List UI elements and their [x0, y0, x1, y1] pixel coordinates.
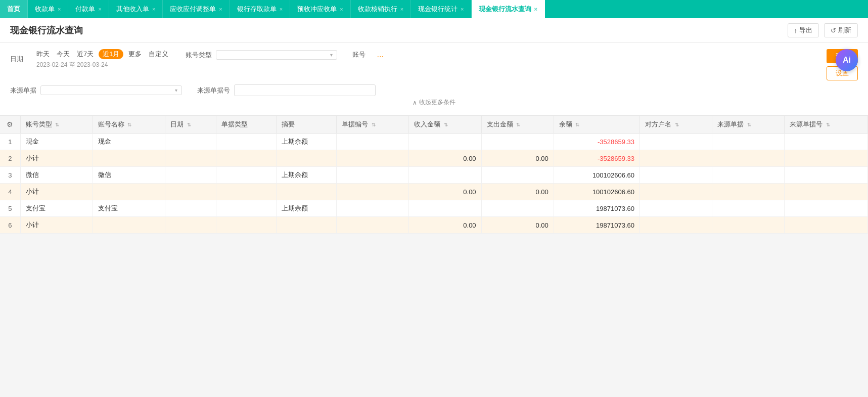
- table-row: 2 小计 0.00 0.00 -3528659.33: [0, 150, 868, 167]
- table-row: 6 小计 0.00 0.00 19871073.60: [0, 217, 868, 234]
- nav-item-cash-flow[interactable]: 现金银行流水查询 ×: [472, 0, 545, 18]
- cell-summary: [276, 217, 336, 234]
- cell-doc-type: [216, 200, 276, 217]
- nav-close-writeoff[interactable]: ×: [400, 6, 403, 12]
- cell-source-doc: [712, 167, 785, 184]
- nav-close-other-income[interactable]: ×: [152, 6, 155, 12]
- date-range-display: 2023-02-24 至 2023-03-24: [36, 61, 170, 69]
- date-filter-field: 日期 昨天 今天 近7天 近1月 更多 自定义 2023-02-24 至 202…: [10, 49, 170, 69]
- cell-doc-no: [337, 150, 409, 167]
- col-doc-no[interactable]: 单据编号 ⇅: [337, 116, 409, 134]
- col-counterpart[interactable]: 对方户名 ⇅: [640, 116, 712, 134]
- cell-doc-type: [216, 150, 276, 167]
- date-shortcuts: 昨天 今天 近7天 近1月 更多 自定义: [34, 49, 170, 59]
- nav-close-ar-ap[interactable]: ×: [219, 6, 222, 12]
- nav-close-payment[interactable]: ×: [98, 6, 101, 12]
- source-doc-filter: 来源单据 ▾: [10, 85, 182, 95]
- cell-source-doc: [712, 184, 785, 200]
- nav-item-home[interactable]: 首页: [0, 0, 28, 18]
- col-doc-type: 单据类型: [216, 116, 276, 134]
- cell-source-doc-no: [785, 184, 868, 200]
- cell-expense: [481, 134, 554, 150]
- sort-expense-icon: ⇅: [516, 122, 520, 127]
- gear-icon[interactable]: ⚙: [7, 120, 13, 128]
- cell-counterpart: [640, 167, 712, 184]
- cell-summary: 上期余额: [276, 200, 336, 217]
- sort-source-doc-icon: ⇅: [747, 122, 751, 127]
- refresh-icon: ↺: [831, 27, 836, 34]
- account-dots[interactable]: ...: [377, 50, 383, 59]
- col-account-type[interactable]: 账号类型 ⇅: [20, 116, 93, 134]
- collapse-label: 收起更多条件: [419, 98, 455, 107]
- nav-item-ar-ap-adjust[interactable]: 应收应付调整单 ×: [163, 0, 230, 18]
- export-button[interactable]: ↑ 导出: [788, 23, 819, 37]
- top-nav: 首页 收款单 × 付款单 × 其他收入单 × 应收应付调整单 × 银行存取款单 …: [0, 0, 868, 18]
- nav-close-prereceive[interactable]: ×: [340, 6, 343, 12]
- nav-close-cashstat[interactable]: ×: [461, 6, 464, 12]
- col-gear[interactable]: ⚙: [0, 116, 20, 134]
- cell-expense: [481, 167, 554, 184]
- cell-account-name: [93, 150, 165, 167]
- table-row: 1 现金 现金 上期余额 -3528659.33: [0, 134, 868, 150]
- cell-counterpart: [640, 217, 712, 234]
- shortcut-yesterday[interactable]: 昨天: [34, 49, 52, 59]
- cell-balance: 100102606.60: [554, 184, 639, 200]
- account-type-select[interactable]: ▾: [216, 50, 337, 60]
- col-balance[interactable]: 余额 ⇅: [554, 116, 639, 134]
- shortcut-1month[interactable]: 近1月: [99, 49, 123, 59]
- cell-summary: 上期余额: [276, 167, 336, 184]
- cell-no: 5: [0, 200, 20, 217]
- col-date[interactable]: 日期 ⇅: [165, 116, 216, 134]
- col-expense[interactable]: 支出金额 ⇅: [481, 116, 554, 134]
- cell-account-type: 现金: [20, 134, 93, 150]
- cell-balance: 100102606.60: [554, 167, 639, 184]
- sort-income-icon: ⇅: [444, 122, 448, 127]
- nav-item-other-income[interactable]: 其他收入单 ×: [109, 0, 163, 18]
- shortcut-custom[interactable]: 自定义: [147, 49, 170, 59]
- cell-date: [165, 150, 216, 167]
- nav-item-bank-deposit[interactable]: 银行存取款单 ×: [230, 0, 290, 18]
- refresh-button[interactable]: ↺ 刷新: [824, 23, 858, 37]
- cell-source-doc-no: [785, 217, 868, 234]
- cell-income: [409, 167, 481, 184]
- cell-counterpart: [640, 134, 712, 150]
- source-doc-arrow-icon: ▾: [175, 87, 177, 93]
- cell-source-doc-no: [785, 150, 868, 167]
- nav-item-cash-stat[interactable]: 现金银行统计 ×: [411, 0, 471, 18]
- cell-doc-type: [216, 184, 276, 200]
- nav-item-pre-receive[interactable]: 预收冲应收单 ×: [290, 0, 350, 18]
- filter-area: 日期 昨天 今天 近7天 近1月 更多 自定义 2023-02-24 至 202…: [0, 43, 868, 115]
- ai-badge[interactable]: Ai: [836, 49, 858, 71]
- sort-counterpart-icon: ⇅: [675, 122, 679, 127]
- sort-account-name-icon: ⇅: [127, 122, 131, 127]
- nav-close-bank[interactable]: ×: [280, 6, 283, 12]
- nav-item-receipt[interactable]: 收款单 ×: [28, 0, 68, 18]
- cell-counterpart: [640, 150, 712, 167]
- data-table: ⚙ 账号类型 ⇅ 账号名称 ⇅ 日期 ⇅ 单据类型 摘要 单据编号 ⇅ 收入金额…: [0, 115, 868, 234]
- cell-source-doc: [712, 200, 785, 217]
- nav-item-write-off[interactable]: 收款核销执行 ×: [351, 0, 411, 18]
- cell-date: [165, 167, 216, 184]
- nav-item-payment[interactable]: 付款单 ×: [68, 0, 109, 18]
- source-doc-no-input[interactable]: [234, 84, 376, 96]
- cell-source-doc-no: [785, 134, 868, 150]
- nav-close-cashflow[interactable]: ×: [534, 6, 537, 12]
- col-account-name[interactable]: 账号名称 ⇅: [93, 116, 165, 134]
- table-row: 4 小计 0.00 0.00 100102606.60: [0, 184, 868, 200]
- cell-source-doc-no: [785, 167, 868, 184]
- shortcut-today[interactable]: 今天: [55, 49, 72, 59]
- cell-no: 3: [0, 167, 20, 184]
- shortcut-7days[interactable]: 近7天: [75, 49, 96, 59]
- cell-counterpart: [640, 200, 712, 217]
- shortcut-more[interactable]: 更多: [126, 49, 144, 59]
- col-source-doc-no[interactable]: 来源单据号 ⇅: [785, 116, 868, 134]
- col-source-doc[interactable]: 来源单据 ⇅: [712, 116, 785, 134]
- cell-source-doc-no: [785, 200, 868, 217]
- source-doc-select[interactable]: ▾: [40, 85, 182, 95]
- cell-date: [165, 184, 216, 200]
- collapse-bar[interactable]: ∧ 收起更多条件: [10, 96, 858, 109]
- col-income[interactable]: 收入金额 ⇅: [409, 116, 481, 134]
- cell-balance: 19871073.60: [554, 217, 639, 234]
- export-label: 导出: [799, 26, 812, 35]
- nav-close-receipt[interactable]: ×: [58, 6, 61, 12]
